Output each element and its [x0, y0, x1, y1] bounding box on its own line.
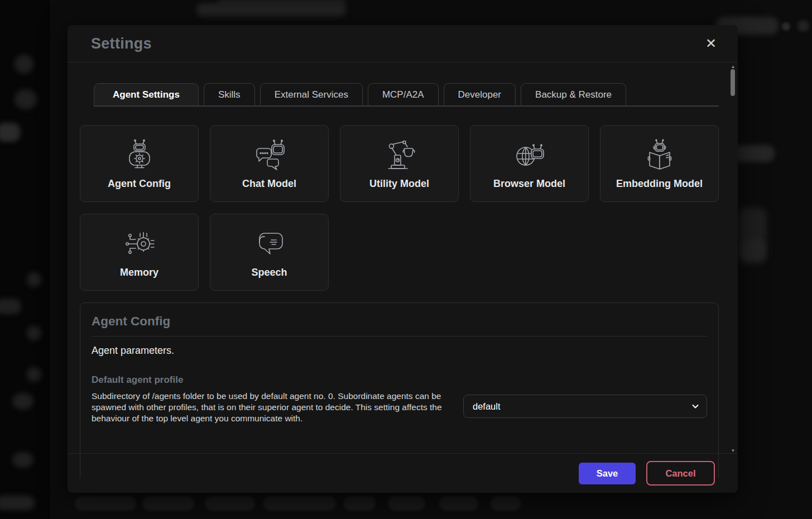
modal-scrollbar[interactable]: ▲ ▼: [729, 64, 737, 453]
card-label: Browser Model: [493, 178, 565, 190]
cancel-button[interactable]: Cancel: [646, 461, 715, 486]
agent-config-section: Agent Config Agent parameters. Default a…: [80, 302, 719, 478]
dimmed-sidebar-icon: [27, 272, 41, 287]
dimmed-sidebar-label: [0, 299, 21, 314]
card-utility-model[interactable]: Utility Model: [340, 125, 459, 202]
tab-skills[interactable]: Skills: [204, 83, 255, 105]
close-icon[interactable]: ✕: [703, 35, 719, 52]
field-description: Subdirectory of /agents folder to be use…: [92, 391, 449, 424]
modal-header: Settings ✕: [68, 25, 738, 63]
circuit-gear-icon: [123, 226, 156, 261]
dimmed-sidebar-icon: [15, 89, 37, 109]
dimmed-sidebar-icon: [0, 123, 20, 142]
card-label: Embedding Model: [616, 178, 703, 190]
tab-mcp-a2a[interactable]: MCP/A2A: [368, 83, 439, 105]
card-browser-model[interactable]: Browser Model: [470, 125, 589, 202]
robot-arm-icon: [384, 137, 415, 172]
modal-footer: Save Cancel: [68, 453, 738, 493]
robot-book-icon: [644, 137, 675, 172]
card-label: Agent Config: [108, 178, 171, 190]
scrollbar-thumb[interactable]: [731, 69, 735, 96]
card-memory[interactable]: Memory: [80, 214, 199, 291]
dimmed-quick-action: [388, 496, 425, 511]
section-title: Agent Config: [92, 314, 707, 329]
card-chat-model[interactable]: Chat Model: [210, 125, 329, 202]
dimmed-sidebar-icon: [12, 452, 33, 468]
scroll-down-icon[interactable]: ▼: [729, 448, 737, 453]
default-agent-profile-select[interactable]: default: [463, 395, 707, 418]
dimmed-sidebar-label: [0, 496, 35, 510]
dimmed-quick-action: [142, 496, 194, 511]
default-agent-profile-field: Default agent profile Subdirectory of /a…: [92, 374, 707, 424]
speech-bubble-icon: [255, 226, 284, 261]
dimmed-suggestion-text: [196, 3, 346, 17]
globe-robot-icon: [513, 137, 546, 172]
robot-chat-icon: [253, 137, 286, 172]
scroll-up-icon[interactable]: ▲: [729, 64, 737, 69]
tab-bar: Agent Settings Skills External Services …: [94, 83, 719, 107]
tab-backup-restore[interactable]: Backup & Restore: [521, 83, 626, 105]
field-label: Default agent profile: [92, 374, 707, 386]
card-label: Utility Model: [369, 178, 429, 190]
dimmed-sidebar-icon: [27, 326, 41, 340]
dimmed-sidebar-icon: [12, 393, 33, 410]
settings-card-grid: Agent Config Chat: [80, 125, 719, 291]
dimmed-quick-action: [439, 496, 478, 511]
card-label: Speech: [251, 267, 287, 278]
tab-developer[interactable]: Developer: [444, 83, 516, 105]
dimmed-right-panel: [741, 239, 765, 260]
card-embedding-model[interactable]: Embedding Model: [600, 125, 719, 202]
card-agent-config[interactable]: Agent Config: [80, 125, 199, 202]
modal-body: Agent Settings Skills External Services …: [68, 63, 738, 478]
dimmed-quick-action: [205, 496, 255, 511]
dimmed-quick-action: [491, 496, 521, 511]
app-screen: Settings ✕ Agent Settings Skills Externa…: [0, 0, 812, 519]
settings-modal: Settings ✕ Agent Settings Skills Externa…: [68, 25, 738, 493]
tab-external-services[interactable]: External Services: [260, 83, 363, 105]
section-divider: [92, 336, 707, 337]
dimmed-topbar-dot: [782, 22, 790, 31]
dimmed-sidebar-icon: [27, 367, 41, 382]
tab-agent-settings[interactable]: Agent Settings: [94, 83, 199, 105]
dimmed-left-sidebar: [0, 0, 50, 519]
dimmed-quick-action: [263, 496, 336, 511]
section-subtitle: Agent parameters.: [92, 345, 707, 357]
dimmed-quick-action: [344, 496, 376, 511]
modal-title: Settings: [91, 35, 152, 52]
dimmed-sidebar-icon: [15, 55, 33, 74]
dimmed-quick-action: [75, 496, 136, 511]
save-button[interactable]: Save: [579, 463, 636, 484]
dimmed-avatar: [797, 20, 809, 32]
card-label: Chat Model: [242, 178, 296, 190]
robot-gear-icon: [125, 137, 154, 172]
card-speech[interactable]: Speech: [210, 214, 329, 291]
card-label: Memory: [120, 267, 158, 278]
